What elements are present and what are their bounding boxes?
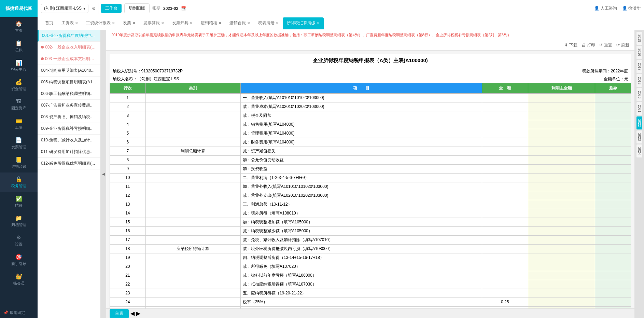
sidebar-item-设置[interactable]: ⚙设置 xyxy=(0,231,38,250)
left-panel-item-011[interactable]: 011-研发费用加计扣除优惠... xyxy=(38,146,100,158)
unpin-label: 取消固定 xyxy=(10,310,25,315)
tab-close-9[interactable]: ✕ xyxy=(317,21,320,25)
year-item-2023[interactable]: 2023 xyxy=(636,130,642,143)
tab-5[interactable]: 发票开具✕ xyxy=(168,17,197,29)
tab-8[interactable]: 税表清册✕ xyxy=(254,17,283,29)
left-panel-item-007[interactable]: 007-广告费和业务宣传费超... xyxy=(38,100,100,111)
tab-0[interactable]: 首页 xyxy=(41,17,57,29)
left-panel-item-001[interactable]: 001-企业所得税年度纳税申... xyxy=(38,30,100,42)
left-panel-item-008[interactable]: 008-资产折旧、摊销及纳税... xyxy=(38,111,100,123)
collapse-button[interactable]: ◀ xyxy=(101,30,106,318)
sidebar-item-新手引导[interactable]: 🎯新手引导 xyxy=(0,250,38,270)
unpin-button[interactable]: 📌 取消固定 xyxy=(0,307,38,318)
sidebar-item-工资[interactable]: 💳工资 xyxy=(0,114,38,134)
tab-9[interactable]: 所得税汇算清缴✕ xyxy=(283,17,324,29)
year-item-2021[interactable]: 2021 xyxy=(636,102,642,115)
reset-button[interactable]: ↺ 重置 xyxy=(599,42,612,48)
year-item-2018[interactable]: 2018 xyxy=(636,74,642,87)
amount-20 xyxy=(482,271,528,280)
refresh-icon: ⟳ xyxy=(616,43,620,47)
diff-10 xyxy=(595,182,631,191)
download-button[interactable]: ⬇ 下载 xyxy=(564,42,577,48)
tab-3[interactable]: 发票✕ xyxy=(119,17,139,29)
tab-close-1[interactable]: ✕ xyxy=(75,21,78,25)
tab-label-5: 发票开具 xyxy=(172,20,188,26)
calendar-icon[interactable]: 📅 xyxy=(181,6,186,11)
left-panel-item-003[interactable]: 003-一般企业成本支出明细... xyxy=(38,53,100,65)
row-number-7: 8 xyxy=(110,155,146,164)
profit-7 xyxy=(528,155,595,164)
left-panel-item-010[interactable]: 010-免税、减计收入及加计... xyxy=(38,135,100,146)
sidebar-item-报表中心[interactable]: 📊报表中心 xyxy=(0,56,38,75)
tab-1[interactable]: 工资表✕ xyxy=(57,17,82,29)
item-text-9: 二、营业利润（1-2-3-4-5-6-7+8+9） xyxy=(240,173,482,182)
sidebar-icon-0: 🏠 xyxy=(15,20,22,27)
sidebar-item-进销台账[interactable]: 📒进销台账 xyxy=(0,153,38,172)
year-item-2017[interactable]: 2017 xyxy=(636,60,642,73)
customer-service[interactable]: 👤 人工咨询 xyxy=(594,5,617,11)
sidebar-item-结账[interactable]: ✅结账 xyxy=(0,192,38,211)
tab-close-3[interactable]: ✕ xyxy=(132,21,135,25)
year-item-2024[interactable]: 2024 xyxy=(636,144,642,157)
tab-label-3: 发票 xyxy=(123,20,131,26)
tab-close-7[interactable]: ✕ xyxy=(247,21,250,25)
next-page[interactable]: ▶ xyxy=(136,310,140,317)
user-avatar[interactable]: 👤 徐溢华 xyxy=(622,5,641,11)
sidebar-item-资金管理[interactable]: 💰资金管理 xyxy=(0,75,38,95)
year-item-2016[interactable]: 2016 xyxy=(636,46,642,59)
year-panel: 201920162017201820202021202220232024 xyxy=(634,30,644,318)
print-icon[interactable]: 🖨 xyxy=(91,6,95,11)
category-利润总额计算: 利润总额计算 xyxy=(145,147,240,155)
left-panel-item-004[interactable]: 004-期间费用明细表(A1040... xyxy=(38,65,100,77)
bottom-tab-0[interactable]: 主表 xyxy=(110,309,129,318)
year-item-2022[interactable]: 2022 xyxy=(636,116,642,129)
left-panel-item-009[interactable]: 009-企业所得税补亏损明细... xyxy=(38,123,100,135)
table-wrapper[interactable]: 企业所得税年度纳税申报表（A类）主表(A100000)纳税人识别号：913205… xyxy=(106,51,634,309)
sidebar-item-发票管理[interactable]: 📄发票管理 xyxy=(0,134,38,153)
refresh-button[interactable]: ⟳ 刷新 xyxy=(616,42,629,48)
category-empty-24 xyxy=(145,306,240,308)
tab-2[interactable]: 工资统计报表✕ xyxy=(82,17,119,29)
tab-7[interactable]: 进销台账✕ xyxy=(225,17,254,29)
sidebar-item-首页[interactable]: 🏠首页 xyxy=(0,17,38,37)
tab-label-2: 工资统计报表 xyxy=(86,20,111,26)
sidebar-label-5: 工资 xyxy=(15,125,23,130)
item-text-12: 三、利润总额（10-11-12） xyxy=(240,200,482,209)
amount-16 xyxy=(482,235,528,244)
sidebar-icon-12: 🎯 xyxy=(15,254,22,260)
sidebar-item-总账[interactable]: 📋总账 xyxy=(0,37,38,56)
tab-close-4[interactable]: ✕ xyxy=(161,21,164,25)
print-button[interactable]: 🖨 打印 xyxy=(582,42,595,48)
prev-page[interactable]: ◀ xyxy=(130,310,135,317)
left-panel-item-006[interactable]: 006-职工薪酬纳税调整明细... xyxy=(38,88,100,100)
tab-close-6[interactable]: ✕ xyxy=(219,21,221,25)
diff-4 xyxy=(595,129,631,138)
sidebar-item-固定资产[interactable]: 🏗固定资产 xyxy=(0,95,38,114)
item-text-3: 减：销售费用(填写A104000) xyxy=(240,120,482,129)
sidebar-item-畅会员[interactable]: 👑畅会员 xyxy=(0,270,38,289)
amount-12 xyxy=(482,200,528,209)
category-empty-4 xyxy=(145,129,240,138)
tab-close-5[interactable]: ✕ xyxy=(190,21,193,25)
row-number-8: 9 xyxy=(110,164,146,173)
row-number-1: 2 xyxy=(110,102,146,111)
tab-label-4: 发票算账 xyxy=(143,20,160,26)
tab-close-8[interactable]: ✕ xyxy=(276,21,279,25)
company-selector[interactable]: (勾删) 江西服宝-LSS ▾ xyxy=(41,4,88,13)
left-panel-item-012[interactable]: 012-减免所得税优惠明细表(... xyxy=(38,158,100,169)
left-panel-item-005[interactable]: 005-纳税调整项目明细表(A1... xyxy=(38,77,100,88)
tab-close-2[interactable]: ✕ xyxy=(112,21,115,25)
tab-4[interactable]: 发票算账✕ xyxy=(139,17,168,29)
category-empty-16 xyxy=(145,235,240,244)
year-item-2019[interactable]: 2019 xyxy=(636,32,642,45)
sidebar-label-4: 固定资产 xyxy=(11,106,26,111)
tab-6[interactable]: 进销稽核✕ xyxy=(197,17,225,29)
notice-bar: 2019年度步及取以前年度延续数据的申报表单元格需要手工维护正确，才能保证本年及… xyxy=(106,30,634,40)
left-panel-item-002[interactable]: 002-一般企业收入明细表(A1... xyxy=(38,42,100,53)
switch-button[interactable]: 切到旧版 xyxy=(124,3,150,13)
sidebar-item-税务管理[interactable]: 🔒税务管理 xyxy=(0,172,38,192)
sidebar-icon-5: 💳 xyxy=(15,117,22,124)
sidebar-item-归档管理[interactable]: 📁归档管理 xyxy=(0,211,38,231)
workspace-button[interactable]: 工作台 xyxy=(101,4,122,13)
year-item-2020[interactable]: 2020 xyxy=(636,88,642,101)
